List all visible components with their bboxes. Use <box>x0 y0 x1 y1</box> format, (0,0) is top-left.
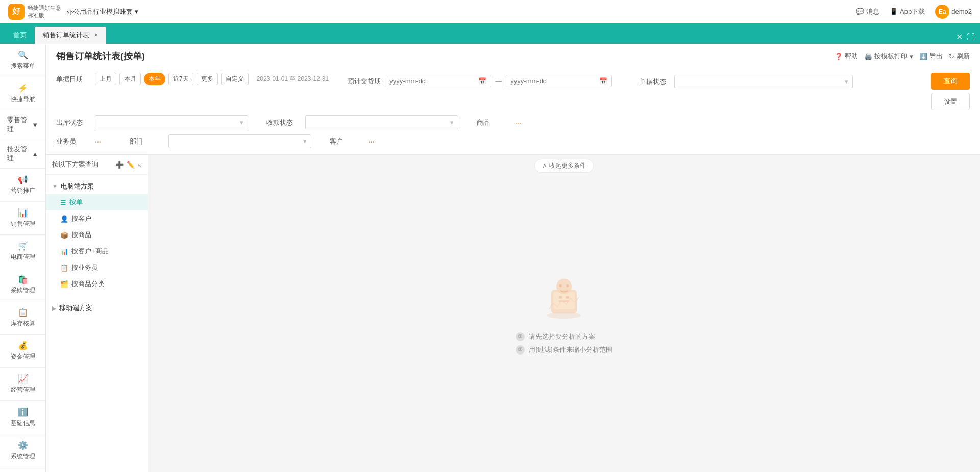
sidebar-item-finance[interactable]: 💰 资金管理 <box>0 335 45 368</box>
payment-status-label: 收款状态 <box>266 118 297 127</box>
collapse-bar: ∧ 收起更多条件 <box>148 155 980 177</box>
svg-point-4 <box>559 284 562 287</box>
edit-scheme-icon[interactable]: ✏️ <box>127 161 135 169</box>
basics-icon: ℹ️ <box>18 407 28 417</box>
print-arrow-icon: ▾ <box>910 53 913 60</box>
calendar-from-icon[interactable]: 📅 <box>478 77 486 85</box>
tab-sales-stat[interactable]: 销售订单统计表 × <box>35 27 106 44</box>
top-bar-right: 💬 消息 📱 App下载 Ea demo2 <box>856 5 972 19</box>
mobile-section-header[interactable]: ▶ 移动端方案 <box>46 300 148 316</box>
app-selector[interactable]: 办公用品行业模拟账套 ▾ <box>66 7 138 16</box>
status-select[interactable]: ▾ <box>674 75 853 88</box>
wholesale-arrow-icon: ▲ <box>32 150 38 158</box>
sidebar-item-operations[interactable]: 📈 经营管理 <box>0 368 45 401</box>
salesperson-label: 业务员 <box>56 137 87 146</box>
scheme-item-by-customer[interactable]: 👤 按客户 <box>46 210 148 227</box>
date-btn-this-month[interactable]: 本月 <box>119 73 141 85</box>
page-actions: ❓ 帮助 🖨️ 按模板打印 ▾ ⬇️ 导出 ↻ 刷新 <box>835 52 970 61</box>
scheme-panel-title: 按以下方案查询 <box>52 160 99 169</box>
sidebar-item-ecommerce[interactable]: 🛒 电商管理 <box>0 235 45 268</box>
mobile-section-label: 移动端方案 <box>59 303 92 313</box>
page-header: 销售订单统计表(按单) ❓ 帮助 🖨️ 按模板打印 ▾ ⬇️ 导出 ↻ 刷新 <box>46 44 980 66</box>
system-icon: ⚙️ <box>18 440 28 450</box>
date-btn-custom[interactable]: 自定义 <box>221 73 249 85</box>
goods-input[interactable]: ··· <box>516 119 522 127</box>
app-download-item[interactable]: 📱 App下载 <box>890 7 925 16</box>
svg-rect-7 <box>566 296 569 298</box>
scheme-item-by-category[interactable]: 🗂️ 按商品分类 <box>46 276 148 292</box>
top-bar-left: 好 畅捷通好生意 标准版 办公用品行业模拟账套 ▾ <box>8 4 138 20</box>
sidebar-item-wholesale[interactable]: 批发管理 ▲ <box>0 139 45 169</box>
mobile-scheme-section: ▶ 移动端方案 <box>46 296 148 320</box>
scheme-item-by-salesperson[interactable]: 📋 按业务员 <box>46 259 148 276</box>
empty-tip-1: ① 请先选择要分析的方案 <box>516 332 612 341</box>
sidebar-item-sales[interactable]: 📊 销售管理 <box>0 202 45 235</box>
collapse-scheme-icon[interactable]: « <box>138 161 141 169</box>
query-button[interactable]: 查询 <box>931 73 970 90</box>
sidebar-wholesale-label: 批发管理 <box>7 145 32 163</box>
user-item[interactable]: Ea demo2 <box>935 5 972 19</box>
desktop-section-header[interactable]: ▼ 电脑端方案 <box>46 179 148 194</box>
customer-input[interactable]: ··· <box>369 137 375 146</box>
status-label: 单据状态 <box>640 77 670 86</box>
inventory-icon: 📋 <box>18 308 28 317</box>
expected-date-to-input[interactable] <box>510 77 596 85</box>
export-action[interactable]: ⬇️ 导出 <box>919 52 943 61</box>
sidebar-item-retail[interactable]: 零售管理 ▼ <box>0 110 45 139</box>
top-bar: 好 畅捷通好生意 标准版 办公用品行业模拟账套 ▾ 💬 消息 📱 App下载 E… <box>0 0 980 23</box>
refresh-action[interactable]: ↻ 刷新 <box>949 52 970 61</box>
tab-active-label: 销售订单统计表 <box>43 31 89 39</box>
logo-text: 畅捷通好生意 标准版 <box>28 4 61 19</box>
tab-home[interactable]: 首页 <box>5 27 35 44</box>
sidebar-item-marketing[interactable]: 📢 营销推广 <box>0 169 45 202</box>
scheme-item-by-goods[interactable]: 📦 按商品 <box>46 227 148 243</box>
date-filter-row: 单据日期 上月 本月 本年 近7天 更多 自定义 2023-01-01 至 20… <box>56 73 348 85</box>
scheme-panel-icons: ➕ ✏️ « <box>115 161 141 169</box>
sidebar-item-system[interactable]: ⚙️ 系统管理 <box>0 434 45 467</box>
message-item[interactable]: 💬 消息 <box>856 7 879 16</box>
calendar-to-icon[interactable]: 📅 <box>599 77 607 85</box>
payment-status-select[interactable]: ▾ <box>305 115 458 129</box>
sidebar-item-basics[interactable]: ℹ️ 基础信息 <box>0 401 45 434</box>
logo-area: 好 畅捷通好生意 标准版 <box>8 4 61 20</box>
export-label: 导出 <box>929 52 943 61</box>
date-btn-more[interactable]: 更多 <box>197 73 218 85</box>
out-status-select[interactable]: ▾ <box>95 115 248 129</box>
sidebar-item-purchase[interactable]: 🛍️ 采购管理 <box>0 268 45 301</box>
sidebar-item-inventory[interactable]: 📋 库存核算 <box>0 301 45 335</box>
scheme-item-by-customer-goods[interactable]: 📊 按客户+商品 <box>46 243 148 259</box>
date-btn-last-month[interactable]: 上月 <box>95 73 116 85</box>
download-icon: 📱 <box>890 8 898 15</box>
sidebar-item-enterprise[interactable]: 🤝 企业协同 <box>0 467 45 472</box>
department-select[interactable]: ▾ <box>168 134 311 148</box>
desktop-scheme-section: ▼ 电脑端方案 ☰ 按单 👤 按客户 📦 按商品 <box>46 175 148 296</box>
avatar: Ea <box>935 5 949 19</box>
sidebar-finance-label: 资金管理 <box>11 352 35 361</box>
scheme-panel-header: 按以下方案查询 ➕ ✏️ « <box>46 155 148 175</box>
template-print-action[interactable]: 🖨️ 按模板打印 ▾ <box>864 52 913 61</box>
expected-date-from-input[interactable] <box>389 77 475 85</box>
date-btn-7days[interactable]: 近7天 <box>168 73 193 85</box>
sidebar-item-search[interactable]: 🔍 搜索菜单 <box>0 44 45 77</box>
print-icon: 🖨️ <box>864 53 872 60</box>
window-maximize-icon[interactable]: ⛶ <box>967 33 975 42</box>
salesperson-input[interactable]: ··· <box>95 137 101 146</box>
add-scheme-icon[interactable]: ➕ <box>115 161 124 169</box>
scheme-item-by-order[interactable]: ☰ 按单 <box>46 194 148 210</box>
tab-close-icon[interactable]: × <box>94 32 98 39</box>
empty-tips: ① 请先选择要分析的方案 ② 用[过滤]条件来缩小分析范围 <box>516 332 612 355</box>
help-action[interactable]: ❓ 帮助 <box>835 52 858 61</box>
filter-row-3: 业务员 ··· 部门 ▾ 客户 ··· <box>56 134 970 148</box>
message-label: 消息 <box>866 7 879 16</box>
by-category-icon: 🗂️ <box>60 280 68 288</box>
sales-icon: 📊 <box>18 208 28 218</box>
setting-button[interactable]: 设置 <box>931 93 970 110</box>
sidebar-item-nav[interactable]: ⚡ 快捷导航 <box>0 77 45 110</box>
date-btn-this-year[interactable]: 本年 <box>144 73 165 85</box>
empty-state: ① 请先选择要分析的方案 ② 用[过滤]条件来缩小分析范围 <box>516 273 612 355</box>
collapse-more-button[interactable]: ∧ 收起更多条件 <box>534 159 593 173</box>
window-close-icon[interactable]: ✕ <box>956 32 963 42</box>
ecommerce-icon: 🛒 <box>18 241 28 251</box>
by-customer-goods-icon: 📊 <box>60 248 68 255</box>
tip-text-2: 用[过滤]条件来缩小分析范围 <box>529 345 612 355</box>
